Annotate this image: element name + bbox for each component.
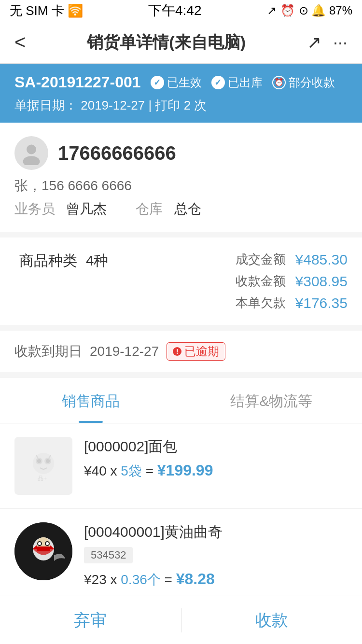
order-id: SA-20191227-001 [14,73,141,91]
nav-actions: ↗︎ ··· [307,32,348,53]
product-info-1: [0000002]面包 ¥40 x 5袋 = ¥199.99 [84,437,348,495]
financial-stats: 成交金额 ¥485.30 收款金额 ¥308.95 本单欠款 ¥176.35 [236,251,348,311]
status-active-label: 已生效 [167,75,202,90]
product-thumb-1: 品+ [14,437,72,495]
category-info: 商品种类 4种 [14,251,108,271]
location-icon: ↗ [267,4,277,17]
back-button[interactable]: < [14,31,26,53]
category-label: 商品种类 [19,252,77,268]
status-partial-label: 部分收款 [289,75,335,90]
payment-label: 收款金额 [236,273,286,290]
date-label: 单据日期： [14,98,77,112]
payment-value: ¥308.95 [295,273,348,290]
print-count: 2 [184,98,191,112]
due-date: 2019-12-27 [90,344,159,359]
overdue-badge: ! 已逾期 [167,342,225,361]
category-count: 4种 [86,252,109,268]
overdue-text: 已逾期 [184,344,219,359]
stats-section: 商品种类 4种 成交金额 ¥485.30 收款金额 ¥308.95 本单欠款 ¥… [0,238,362,325]
sales-label: 业务员 曾凡杰 [14,200,107,218]
svg-point-6 [46,459,50,463]
order-date: 2019-12-27 [81,98,145,112]
check-icon-active: ✓ [151,76,164,89]
products-section: 品+ [0000002]面包 ¥40 x 5袋 = ¥199.99 [0,423,362,603]
svg-point-14 [38,542,41,545]
due-section: 收款到期日 2019-12-27 ! 已逾期 [0,331,362,372]
amount-label: 成交金额 [236,251,286,268]
print-label: | 打印 [148,98,180,112]
list-item: 品+ [0000002]面包 ¥40 x 5袋 = ¥199.99 [0,423,362,509]
payment-row: 收款金额 ¥308.95 [236,273,348,290]
clock-icon: ⏰ [272,76,286,89]
warehouse-name: 总仓 [174,201,201,216]
amount-row: 成交金额 ¥485.30 [236,251,348,268]
svg-point-2 [33,453,54,474]
print-suffix: 次 [194,98,207,112]
tab-settlement-label: 结算&物流等 [230,393,312,409]
status-shipped: ✓ 已出库 [211,75,263,90]
nav-header: < 销货单详情(来自电脑) ↗︎ ··· [0,21,362,64]
product-thumb-2 [14,522,72,580]
svg-rect-11 [37,546,50,551]
order-banner: SA-20191227-001 ✓ 已生效 ✓ 已出库 ⏰ 部分收款 单据日期：… [0,64,362,123]
svg-text:品+: 品+ [38,475,47,482]
product-info-2: [000400001]黄油曲奇 534532 ¥23 x 0.36个 = ¥8.… [84,522,348,589]
confirm-button[interactable]: 收款 [181,609,362,631]
status-left: 无 SIM 卡 🛜 [10,2,83,19]
banner-date-row: 单据日期： 2019-12-27 | 打印 2 次 [14,97,348,114]
status-partial: ⏰ 部分收款 [272,75,335,90]
overdue-icon: ! [173,347,181,356]
debt-label: 本单欠款 [236,294,286,311]
due-label: 收款到期日 [14,342,82,361]
tabs-section: 销售商品 结算&物流等 [0,378,362,423]
share-icon[interactable]: ↗︎ [307,32,321,53]
status-bar: 无 SIM 卡 🛜 下午4:42 ↗ ⏰ ⊙ 🔔 87% [0,0,362,21]
svg-point-5 [37,459,41,463]
customer-meta: 业务员 曾凡杰 仓库 总仓 [14,200,348,218]
amount-value: ¥485.30 [295,252,348,268]
status-right: ↗ ⏰ ⊙ 🔔 87% [267,4,352,17]
bottom-bar: 弃审 收款 [0,596,362,644]
customer-section: 17666666666 张，156 6666 6666 业务员 曾凡杰 仓库 总… [0,123,362,232]
product-name-1: [0000002]面包 [84,437,348,457]
product-sku-2: 534532 [84,547,133,563]
product-price-2: ¥23 x 0.36个 = ¥8.28 [84,570,348,589]
warehouse-info: 仓库 总仓 [136,200,201,218]
tab-settlement[interactable]: 结算&物流等 [181,378,362,423]
svg-point-15 [46,542,49,545]
avatar [14,136,48,170]
list-item: [000400001]黄油曲奇 534532 ¥23 x 0.36个 = ¥8.… [0,509,362,603]
svg-point-1 [23,156,40,165]
product-price-1: ¥40 x 5袋 = ¥199.99 [84,462,348,480]
status-shipped-label: 已出库 [228,75,263,90]
sales-name: 曾凡杰 [66,201,107,216]
page-title: 销货单详情(来自电脑) [87,31,246,54]
tab-sales-products-label: 销售商品 [62,393,120,409]
debt-value: ¥176.35 [295,295,348,311]
battery-text: ⊙ 🔔 87% [299,4,352,17]
product-name-2: [000400001]黄油曲奇 [84,522,348,542]
customer-phone: 张，156 6666 6666 [14,177,348,195]
debt-row: 本单欠款 ¥176.35 [236,294,348,311]
alarm-icon: ⏰ [280,4,295,17]
cancel-button[interactable]: 弃审 [0,609,181,631]
status-active: ✓ 已生效 [151,75,202,90]
check-icon-shipped: ✓ [211,76,225,89]
status-time: 下午4:42 [148,1,202,20]
customer-id: 17666666666 [58,142,176,164]
more-icon[interactable]: ··· [333,32,348,53]
svg-point-0 [27,145,36,154]
tab-sales-products[interactable]: 销售商品 [0,378,181,423]
